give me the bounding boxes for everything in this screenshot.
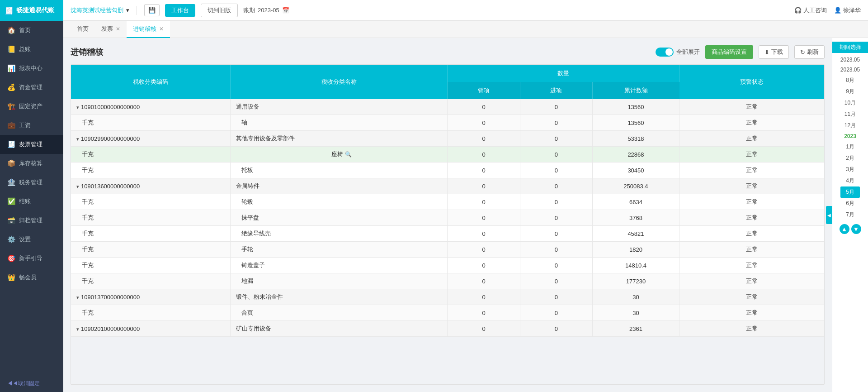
purchase-cell: 0 — [520, 321, 592, 337]
sidebar-item-tax[interactable]: 🏦 税务管理 — [0, 173, 63, 192]
total-cell: 30 — [592, 305, 679, 321]
table-row: 千克 抹平盘 0 0 3768 正常 — [71, 210, 824, 226]
tax-code-cell: ▾109029900000000000 — [71, 131, 230, 147]
sidebar-item-inventory[interactable]: 📦 库存核算 — [0, 154, 63, 173]
sidebar-item-ledger[interactable]: 📒 总账 — [0, 40, 63, 59]
user-name: 徐泽华 — [843, 6, 861, 14]
sidebar-item-label: 首页 — [19, 26, 31, 34]
sidebar-item-home[interactable]: 🏠 首页 — [0, 21, 63, 40]
period-item[interactable]: 2月 — [840, 153, 860, 164]
purchase-cell: 0 — [520, 194, 592, 210]
headset-icon: 🎧 — [794, 7, 802, 14]
user-menu[interactable]: 👤 徐泽华 — [834, 6, 861, 14]
sidebar-item-reports[interactable]: 📊 报表中心 — [0, 59, 63, 78]
purchase-cell: 0 — [520, 242, 592, 258]
period-item[interactable]: 8月 — [840, 75, 860, 86]
expand-icon[interactable]: ▾ — [76, 295, 79, 300]
sidebar-item-payroll[interactable]: 💼 工资 — [0, 116, 63, 135]
sidebar-item-member[interactable]: 👑 畅会员 — [0, 268, 63, 287]
sidebar-item-funds[interactable]: 💰 资金管理 — [0, 78, 63, 97]
total-cell: 13560 — [592, 115, 679, 131]
expand-toggle[interactable]: 全部展开 — [656, 48, 700, 57]
sidebar-item-guide[interactable]: 🎯 新手引导 — [0, 249, 63, 268]
panel-toggle-button[interactable]: ◀ — [826, 206, 832, 224]
table-row: ▾109013600000000000 金属铸件 0 0 250083.4 正常 — [71, 178, 824, 194]
period-item[interactable]: 1月 — [840, 141, 860, 153]
tax-name-cell: 锻件、粉末冶金件 — [230, 289, 448, 305]
member-icon: 👑 — [7, 273, 15, 282]
period-item[interactable]: 5月 — [840, 186, 860, 198]
switch-version-button[interactable]: 切到旧版 — [201, 4, 238, 17]
tab-reconcile-close[interactable]: ✕ — [159, 26, 164, 32]
period-item[interactable]: 4月 — [840, 175, 860, 186]
product-name-cell: 抹平盘 — [230, 210, 448, 226]
sidebar-item-archive[interactable]: 🗃️ 归档管理 — [0, 211, 63, 230]
purchase-cell: 0 — [520, 226, 592, 242]
sales-cell: 0 — [448, 226, 520, 242]
refresh-button[interactable]: ↻ 刷新 — [794, 45, 825, 59]
page-area: 进销稽核 全部展开 商品编码设置 ⬇ 下载 ↻ 刷 — [63, 38, 868, 392]
save-draft-button[interactable]: 💾 — [144, 4, 160, 16]
unpin-label: ◀◀取消固定 — [7, 380, 40, 387]
period-item[interactable]: 2023.05 — [840, 65, 860, 75]
expand-icon[interactable]: ▾ — [76, 326, 79, 332]
header-right: 🎧 人工咨询 👤 徐泽华 — [794, 6, 861, 14]
tab-invoice[interactable]: 发票 ✕ — [95, 21, 127, 38]
user-icon: 👤 — [834, 7, 841, 14]
period-item[interactable]: 7月 — [840, 209, 860, 220]
period-item[interactable]: 11月 — [840, 109, 860, 120]
period-item[interactable]: 9月 — [840, 86, 860, 97]
total-cell: 30450 — [592, 163, 679, 178]
period-item[interactable]: 6月 — [840, 198, 860, 209]
page-title-row: 进销稽核 全部展开 商品编码设置 ⬇ 下载 ↻ 刷 — [71, 45, 825, 59]
period-up-button[interactable]: ▲ — [840, 224, 849, 234]
th-purchase: 进项 — [520, 82, 592, 99]
period-down-button[interactable]: ▼ — [851, 224, 861, 234]
calendar-icon[interactable]: 📅 — [282, 7, 289, 14]
status-cell: 正常 — [679, 289, 824, 305]
company-selector[interactable]: 沈海英测试经营勾删 ▾ — [71, 6, 129, 14]
unpin-button[interactable]: ◀◀取消固定 — [0, 375, 63, 392]
sidebar-item-settings[interactable]: ⚙️ 设置 — [0, 230, 63, 249]
download-label: 下载 — [771, 48, 783, 56]
expand-icon[interactable]: ▾ — [76, 105, 79, 110]
sidebar-item-invoice[interactable]: 🧾 发票管理 — [0, 135, 63, 154]
period-item[interactable]: 12月 — [840, 120, 860, 131]
tab-home[interactable]: 首页 — [71, 21, 95, 38]
table-row: 千克 座椅 🔍 0 0 22868 正常 — [71, 147, 824, 163]
status-cell: 正常 — [679, 242, 824, 258]
sidebar-item-settle[interactable]: ✅ 结账 — [0, 192, 63, 211]
table-row: 千克 轴 0 0 13560 正常 — [71, 115, 824, 131]
download-button[interactable]: ⬇ 下载 — [759, 45, 789, 59]
total-cell: 14810.4 — [592, 258, 679, 273]
workbench-button[interactable]: 工作台 — [165, 4, 195, 17]
status-cell: 正常 — [679, 273, 824, 289]
tab-reconcile[interactable]: 进销稽核 ✕ — [127, 21, 170, 38]
guide-icon: 🎯 — [7, 254, 15, 263]
tax-name-cell: 其他专用设备及零部件 — [230, 131, 448, 147]
total-cell: 250083.4 — [592, 178, 679, 194]
sidebar-item-assets[interactable]: 🏗️ 固定资产 — [0, 97, 63, 116]
period-item[interactable]: 2023.05 — [840, 55, 860, 65]
support-button[interactable]: 🎧 人工咨询 — [794, 6, 827, 14]
period-item[interactable]: 3月 — [840, 164, 860, 175]
purchase-cell: 0 — [520, 258, 592, 273]
sales-cell: 0 — [448, 131, 520, 147]
product-code-button[interactable]: 商品编码设置 — [705, 45, 753, 59]
toggle-track[interactable] — [656, 48, 674, 57]
expand-icon[interactable]: ▾ — [76, 136, 79, 142]
period-selector-label: 期间选择 — [832, 42, 868, 53]
sidebar-item-label: 归档管理 — [19, 216, 42, 225]
tax-code-cell: ▾109013600000000000 — [71, 178, 230, 194]
table-row: 千克 铸造盖子 0 0 14810.4 正常 — [71, 258, 824, 273]
sidebar-item-label: 库存核算 — [19, 159, 42, 167]
status-cell: 正常 — [679, 210, 824, 226]
expand-icon[interactable]: ▾ — [76, 184, 79, 189]
period-item[interactable]: 10月 — [840, 97, 860, 109]
tab-invoice-close[interactable]: ✕ — [116, 26, 120, 32]
status-cell: 正常 — [679, 194, 824, 210]
tax-name-cell: 矿山专用设备 — [230, 321, 448, 337]
period-item[interactable]: 2023 — [840, 131, 860, 141]
product-unit-cell: 千克 — [71, 194, 230, 210]
search-icon[interactable]: 🔍 — [345, 151, 352, 158]
